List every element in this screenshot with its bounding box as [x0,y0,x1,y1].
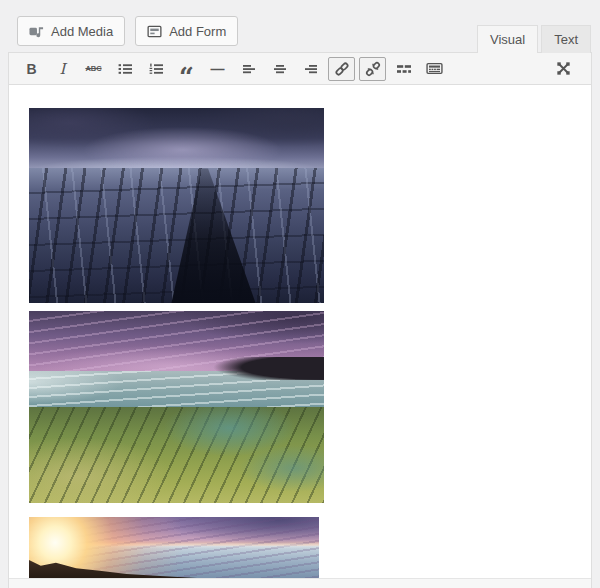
align-center-icon [272,61,288,77]
editor-toolbar: B I ABC “ [9,53,591,85]
media-note-icon [29,24,44,39]
remove-link-button[interactable] [359,57,386,81]
align-right-button[interactable] [297,57,324,81]
toolbar-toggle-button[interactable] [421,57,448,81]
content-image-3[interactable] [29,517,319,578]
bulleted-list-icon [117,61,133,77]
numbered-list-button[interactable] [142,57,169,81]
align-left-icon [241,61,257,77]
photo1-sky-layer [29,108,324,168]
read-more-icon [396,61,412,77]
add-form-button[interactable]: Add Form [135,16,238,46]
horizontal-rule-button[interactable]: — [204,57,231,81]
insert-link-button[interactable] [328,57,355,81]
strikethrough-label: ABC [85,64,101,73]
editor-status-bar: p » a [9,578,591,588]
keyboard-icon [426,60,443,77]
add-form-label: Add Form [169,24,226,39]
tab-visual[interactable]: Visual [477,25,538,53]
bold-button[interactable]: B [18,57,45,81]
distraction-free-button[interactable] [550,57,577,81]
blockquote-icon: “ [179,64,194,77]
align-center-button[interactable] [266,57,293,81]
fullscreen-expand-icon [555,60,572,77]
add-media-button[interactable]: Add Media [17,16,125,46]
italic-label: I [60,60,66,78]
blockquote-button[interactable]: “ [173,57,200,81]
element-path[interactable]: p » a [19,584,46,588]
tab-text[interactable]: Text [541,25,591,53]
numbered-list-icon [148,61,164,77]
editor-content-area[interactable] [9,85,591,578]
editor-mode-tabs: Visual Text [477,25,591,53]
horizontal-rule-icon: — [211,61,225,77]
content-image-1[interactable] [29,108,324,303]
photo2-headland-layer [182,357,324,380]
align-right-icon [303,61,319,77]
media-buttons-bar: Add Media Add Form [17,16,238,46]
link-icon [334,61,350,77]
editor-frame: B I ABC “ [8,52,592,588]
unlink-icon [365,61,381,77]
photo3-rocks-layer [29,552,197,578]
strikethrough-button[interactable]: ABC [80,57,107,81]
add-media-label: Add Media [51,24,113,39]
italic-button[interactable]: I [49,57,76,81]
form-document-icon [147,24,162,39]
bulleted-list-button[interactable] [111,57,138,81]
read-more-button[interactable] [390,57,417,81]
bold-label: B [26,61,36,77]
align-left-button[interactable] [235,57,262,81]
photo2-moss-layer [29,407,324,503]
content-image-2[interactable] [29,311,324,503]
